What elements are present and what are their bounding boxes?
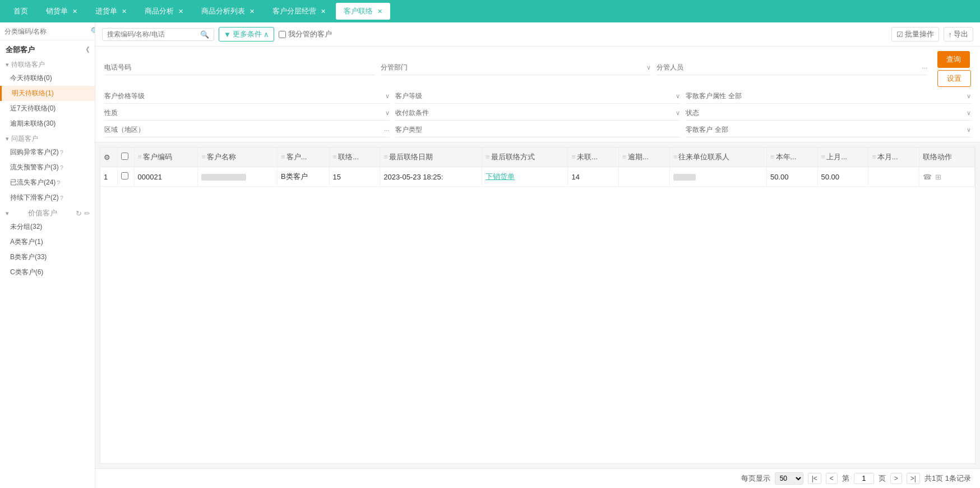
sidebar-item-ungrouped[interactable]: 未分组(32) <box>0 219 95 234</box>
sidebar-item-class-c[interactable]: C类客户(6) <box>0 265 95 280</box>
filter-customer-type: 客户类型 <box>395 125 681 137</box>
select-all-checkbox[interactable] <box>121 153 128 160</box>
filter-dept-dropdown[interactable]: ∨ <box>646 64 651 71</box>
filter-status-dropdown[interactable]: ∨ <box>967 109 971 117</box>
help-icon-1: ? <box>60 149 63 156</box>
col-customer-type[interactable]: ≡客户... <box>278 148 330 167</box>
filter-person: 分管人员 ··· <box>657 63 927 75</box>
col-this-month[interactable]: ≡本月... <box>868 148 919 167</box>
action-phone-icon[interactable]: ☎ <box>923 173 932 181</box>
help-icon-2: ? <box>60 164 63 171</box>
row-checkbox[interactable] <box>117 167 134 187</box>
action-grid-icon[interactable]: ⊞ <box>935 173 941 181</box>
filter-row-3: 性质 ∨ 收付款条件 ∨ 状态 ∨ <box>104 108 971 121</box>
col-contact-person[interactable]: ≡往来单位联系人 <box>669 148 766 167</box>
nav-close-purchase-order[interactable]: ✕ <box>122 8 127 15</box>
first-page-btn[interactable]: |< <box>808 473 821 484</box>
nav-close-customer-contact[interactable]: ✕ <box>377 8 382 15</box>
filter-payment: 收付款条件 ∨ <box>395 108 681 121</box>
my-customers-check[interactable]: 我分管的客户 <box>279 29 332 39</box>
help-icon-4: ? <box>60 195 63 201</box>
sidebar-group-pending: 待联络客户 <box>0 57 95 71</box>
filter-person-more[interactable]: ··· <box>922 64 927 72</box>
query-button[interactable]: 查询 <box>937 51 970 68</box>
filter-price-level-dropdown[interactable]: ∨ <box>385 93 390 100</box>
col-uncontacted[interactable]: ≡未联... <box>568 148 619 167</box>
col-last-contact-method[interactable]: ≡最后联络方式 <box>482 148 568 167</box>
nav-close-product-analysis-list[interactable]: ✕ <box>249 8 255 15</box>
table-header-row: ⚙ ≡客户编码 ≡客户名称 ≡客户... ≡联络... ≡最后联络日期 ≡最后联… <box>100 148 975 167</box>
content-area: 🔍 ▼ 更多条件 ∧ 我分管的客户 ☑ 批量操作 ↑ 导出 <box>95 22 980 488</box>
table-row: 1 000021 B类客户 15 2023-05-23 18:25: 下销货单 … <box>100 167 975 187</box>
last-page-btn[interactable]: >| <box>907 473 920 484</box>
nav-purchase-order[interactable]: 进货单 ✕ <box>87 3 135 20</box>
filter-region-label: 区域（地区） <box>104 125 145 135</box>
filter-phone-label: 电话号码 <box>104 63 138 72</box>
prev-page-btn[interactable]: < <box>826 473 838 484</box>
next-page-btn[interactable]: > <box>890 473 902 484</box>
my-customers-checkbox[interactable] <box>279 31 286 38</box>
row-last-month: 50.00 <box>817 167 868 187</box>
sidebar-item-tomorrow[interactable]: 明天待联络(1) <box>0 86 95 101</box>
sidebar-item-7days[interactable]: 近7天待联络(0) <box>0 101 95 116</box>
nav-customer-contact[interactable]: 客户联络 ✕ <box>336 3 390 20</box>
filter-chevron: ∧ <box>264 30 269 39</box>
sidebar-item-declining[interactable]: 持续下滑客户(2) ? <box>0 190 95 205</box>
filter-person-label: 分管人员 <box>657 63 690 72</box>
sidebar-item-abnormal-repurchase[interactable]: 回购异常客户(2) ? <box>0 145 95 160</box>
export-btn[interactable]: ↑ 导出 <box>944 27 974 42</box>
sidebar-group-problem: 问题客户 <box>0 131 95 145</box>
batch-btn[interactable]: ☑ 批量操作 <box>891 27 939 42</box>
per-page-label: 每页显示 <box>741 473 770 484</box>
per-page-select[interactable]: 50 100 200 <box>775 472 803 485</box>
search-input[interactable] <box>107 30 198 38</box>
col-checkbox[interactable] <box>117 148 134 167</box>
row-contact-person <box>669 167 766 187</box>
col-code[interactable]: ≡客户编码 <box>134 148 198 167</box>
filter-retail-customer-dropdown[interactable]: ∨ <box>967 126 971 133</box>
sidebar-item-class-b[interactable]: B类客户(33) <box>0 250 95 265</box>
nav-sales-order[interactable]: 销货单 ✕ <box>38 3 85 20</box>
sidebar-item-class-a[interactable]: A类客户(1) <box>0 234 95 250</box>
sidebar-item-churn-warning[interactable]: 流失预警客户(3) ? <box>0 160 95 175</box>
nav-close-customer-tier[interactable]: ✕ <box>321 8 326 15</box>
row-last-contact-method[interactable]: 下销货单 <box>482 167 568 187</box>
top-nav: 首页 销货单 ✕ 进货单 ✕ 商品分析 ✕ 商品分析列表 ✕ 客户分层经营 ✕ … <box>0 0 980 22</box>
filter-phone-input[interactable] <box>141 64 375 72</box>
settings-button[interactable]: 设置 <box>937 70 971 87</box>
col-contact-count[interactable]: ≡联络... <box>329 148 380 167</box>
sidebar-item-today[interactable]: 今天待联络(0) <box>0 71 95 86</box>
row-overdue <box>619 167 670 187</box>
filter-customer-level-dropdown[interactable]: ∨ <box>676 93 680 100</box>
col-last-month[interactable]: ≡上月... <box>817 148 868 167</box>
sidebar-all-customers[interactable]: 全部客户 《 <box>0 40 95 57</box>
sidebar-search-input[interactable] <box>4 27 89 35</box>
value-customer-edit-icon[interactable]: ✏ <box>84 209 90 218</box>
nav-home[interactable]: 首页 <box>6 3 36 20</box>
row-this-year: 50.00 <box>766 167 817 187</box>
value-customer-refresh-icon[interactable]: ↻ <box>76 209 82 218</box>
sidebar-collapse-icon[interactable]: 《 <box>82 45 89 55</box>
page-input[interactable] <box>854 473 874 484</box>
sidebar-item-churned[interactable]: 已流失客户(24) ? <box>0 175 95 190</box>
nav-product-analysis-list[interactable]: 商品分析列表 ✕ <box>193 3 262 20</box>
filter-retail-attr-dropdown[interactable]: ∨ <box>967 93 971 100</box>
nav-customer-tier[interactable]: 客户分层经营 ✕ <box>265 3 334 20</box>
nav-close-sales-order[interactable]: ✕ <box>72 8 77 15</box>
col-name[interactable]: ≡客户名称 <box>198 148 278 167</box>
row-select-checkbox[interactable] <box>121 172 128 179</box>
col-overdue[interactable]: ≡逾期... <box>619 148 670 167</box>
nav-close-product-analysis[interactable]: ✕ <box>178 8 183 15</box>
filter-payment-dropdown[interactable]: ∨ <box>676 109 680 117</box>
col-settings[interactable]: ⚙ <box>100 148 117 167</box>
filter-more-btn[interactable]: ▼ 更多条件 ∧ <box>219 27 274 42</box>
nav-product-analysis[interactable]: 商品分析 ✕ <box>137 3 191 20</box>
sidebar-item-overdue[interactable]: 逾期未联络(30) <box>0 116 95 131</box>
toolbar-right: ☑ 批量操作 ↑ 导出 <box>891 27 974 42</box>
col-this-year[interactable]: ≡本年... <box>766 148 817 167</box>
search-icon[interactable]: 🔍 <box>200 30 209 39</box>
filter-nature-dropdown[interactable]: ∨ <box>385 109 390 117</box>
filter-region-more[interactable]: ··· <box>384 126 390 134</box>
sidebar-search-icon[interactable]: 🔍 <box>91 27 95 35</box>
col-last-contact-date[interactable]: ≡最后联络日期 <box>380 148 482 167</box>
